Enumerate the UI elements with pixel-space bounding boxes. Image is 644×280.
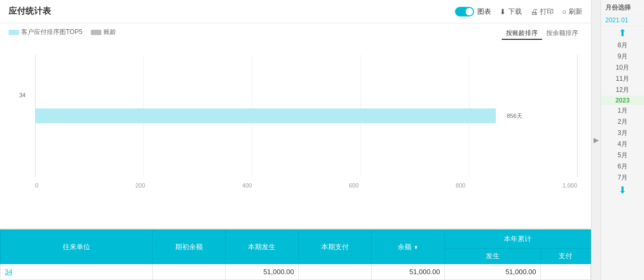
legend-color-2 bbox=[91, 30, 101, 35]
month-8[interactable]: 8月 bbox=[601, 40, 644, 51]
chart-plot-area: 856天 0 200 400 600 800 1,000 bbox=[35, 55, 577, 177]
cell-current-occur: 51,000.00 bbox=[226, 264, 299, 280]
print-button[interactable]: 🖨 打印 bbox=[530, 7, 554, 16]
chart-section: 客户应付排序图TOP5 账龄 按账龄排序 按余额排序 34 bbox=[0, 23, 591, 228]
header-actions: 图表 ⬇ 下载 🖨 打印 ○ 刷新 bbox=[455, 7, 582, 16]
sort-by-age-button[interactable]: 按账龄排序 bbox=[502, 28, 542, 40]
toggle-track[interactable] bbox=[455, 7, 474, 16]
header: 应付统计表 图表 ⬇ 下载 🖨 打印 ○ 刷新 bbox=[0, 0, 591, 23]
chart-legend: 客户应付排序图TOP5 账龄 bbox=[8, 28, 116, 37]
cell-current-pay bbox=[298, 264, 372, 280]
month-9[interactable]: 9月 bbox=[601, 51, 644, 62]
col-opening: 期初余额 bbox=[152, 230, 226, 264]
x-label-200: 200 bbox=[135, 182, 145, 189]
col-ytd-pay: 支付 bbox=[540, 249, 590, 264]
download-label: 下载 bbox=[508, 7, 522, 16]
month-12[interactable]: 12月 bbox=[601, 84, 644, 96]
legend-item-1: 客户应付排序图TOP5 bbox=[8, 28, 82, 37]
data-table: 往来单位 期初余额 本期发生 本期支付 余额 ▼ 本年累计 发生 bbox=[0, 230, 591, 280]
legend-label-2: 账龄 bbox=[104, 28, 116, 37]
x-label-0: 0 bbox=[35, 182, 38, 189]
refresh-button[interactable]: ○ 刷新 bbox=[562, 7, 582, 16]
col-ytd: 本年累计 bbox=[444, 230, 590, 249]
months-up-button[interactable]: ⬆ bbox=[601, 26, 644, 40]
month-3[interactable]: 3月 bbox=[601, 128, 644, 139]
month-6[interactable]: 6月 bbox=[601, 161, 644, 172]
chart-wrapper: 34 856天 bbox=[8, 44, 582, 193]
left-panel: 应付统计表 图表 ⬇ 下载 🖨 打印 ○ 刷新 bbox=[0, 0, 591, 280]
bar-container: 856天 bbox=[35, 108, 577, 123]
download-icon: ⬇ bbox=[500, 7, 506, 16]
col-ytd-occur: 发生 bbox=[444, 249, 540, 264]
x-label-1000: 1,000 bbox=[562, 182, 577, 189]
x-label-400: 400 bbox=[242, 182, 252, 189]
main-layout: 应付统计表 图表 ⬇ 下载 🖨 打印 ○ 刷新 bbox=[0, 0, 644, 280]
balance-sort-icon[interactable]: ▼ bbox=[413, 244, 418, 250]
year-marker[interactable]: 2023 bbox=[601, 96, 644, 105]
months-down-button[interactable]: ⬇ bbox=[601, 183, 644, 197]
legend-label-1: 客户应付排序图TOP5 bbox=[21, 28, 82, 37]
cell-ytd-pay bbox=[540, 264, 590, 280]
bar-end-label: 856天 bbox=[506, 112, 522, 120]
sidebar-year-current[interactable]: 2021.01 bbox=[601, 15, 644, 26]
cell-ytd-occur: 51,000.00 bbox=[444, 264, 540, 280]
month-4[interactable]: 4月 bbox=[601, 139, 644, 150]
download-button[interactable]: ⬇ 下载 bbox=[500, 7, 522, 16]
month-5[interactable]: 5月 bbox=[601, 150, 644, 161]
month-1[interactable]: 1月 bbox=[601, 105, 644, 116]
col-current-pay: 本期支付 bbox=[298, 230, 372, 264]
down-icon: ⬇ bbox=[619, 184, 626, 196]
cell-unit[interactable]: 34 bbox=[1, 264, 153, 280]
print-icon: 🖨 bbox=[530, 7, 538, 16]
month-2[interactable]: 2月 bbox=[601, 116, 644, 128]
chart-sort-buttons: 按账龄排序 按余额排序 bbox=[502, 28, 582, 40]
month-7[interactable]: 7月 bbox=[601, 172, 644, 183]
table-section: 往来单位 期初余额 本期发生 本期支付 余额 ▼ 本年累计 发生 bbox=[0, 228, 591, 280]
month-10[interactable]: 10月 bbox=[601, 62, 644, 73]
refresh-icon: ○ bbox=[562, 7, 566, 16]
x-label-600: 600 bbox=[349, 182, 358, 189]
sort-by-balance-button[interactable]: 按余额排序 bbox=[542, 28, 582, 40]
y-axis-label: 34 bbox=[19, 92, 25, 98]
legend-item-2: 账龄 bbox=[91, 28, 116, 37]
col-balance-label: 余额 bbox=[398, 243, 411, 251]
grid-line-5 bbox=[577, 55, 578, 177]
up-icon: ⬆ bbox=[619, 27, 626, 39]
col-balance: 余额 ▼ bbox=[372, 230, 445, 264]
cell-opening bbox=[152, 264, 226, 280]
toggle-label: 图表 bbox=[477, 7, 491, 16]
page-title: 应付统计表 bbox=[8, 6, 51, 17]
print-label: 打印 bbox=[540, 7, 554, 16]
refresh-label: 刷新 bbox=[569, 7, 582, 16]
x-axis: 0 200 400 600 800 1,000 bbox=[35, 182, 577, 189]
month-11[interactable]: 11月 bbox=[601, 73, 644, 84]
chart-toggle[interactable]: 图表 bbox=[455, 7, 491, 16]
table-wrapper: 往来单位 期初余额 本期发生 本期支付 余额 ▼ 本年累计 发生 bbox=[0, 230, 591, 280]
collapse-button[interactable]: ▶ bbox=[591, 0, 601, 280]
cell-balance: 51,000.00 bbox=[372, 264, 445, 280]
col-unit: 往来单位 bbox=[1, 230, 153, 264]
col-current-occur: 本期发生 bbox=[226, 230, 299, 264]
right-panel: ▶ 月份选择 2021.01 ⬆ 8月 9月 10月 11月 12月 2023 … bbox=[591, 0, 644, 280]
table-row: 34 51,000.00 51,000.00 51,000.00 bbox=[1, 264, 591, 280]
x-label-800: 800 bbox=[456, 182, 465, 189]
chart-header: 客户应付排序图TOP5 账龄 按账龄排序 按余额排序 bbox=[8, 28, 582, 42]
sidebar-header: 月份选择 bbox=[601, 1, 644, 15]
months-panel: 月份选择 2021.01 ⬆ 8月 9月 10月 11月 12月 2023 1月… bbox=[601, 0, 644, 280]
table-header-row-1: 往来单位 期初余额 本期发生 本期支付 余额 ▼ 本年累计 bbox=[1, 230, 591, 249]
toggle-thumb bbox=[466, 8, 473, 15]
bar-fill: 856天 bbox=[35, 108, 496, 123]
collapse-icon: ▶ bbox=[594, 136, 599, 144]
legend-color-1 bbox=[8, 30, 19, 35]
